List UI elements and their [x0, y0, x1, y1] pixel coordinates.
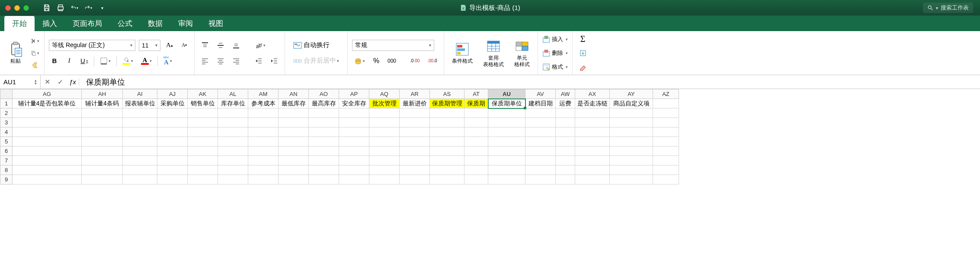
column-header[interactable]: AR — [400, 89, 430, 99]
cell[interactable] — [369, 146, 400, 156]
cell[interactable] — [123, 108, 157, 118]
column-header[interactable]: AM — [248, 89, 279, 99]
cell[interactable] — [430, 175, 464, 184]
cell[interactable]: 是否走冻链 — [575, 99, 610, 108]
cell[interactable] — [653, 137, 679, 146]
cell[interactable] — [279, 175, 309, 184]
cell[interactable] — [369, 165, 400, 175]
cell[interactable] — [309, 137, 339, 146]
tab-formulas[interactable]: 公式 — [110, 16, 140, 31]
cell[interactable] — [218, 108, 248, 118]
cell[interactable] — [13, 146, 82, 156]
row-header[interactable]: 2 — [0, 108, 13, 118]
search-box[interactable]: ▾ 搜索工作表 — [923, 3, 973, 13]
cell[interactable]: 辅计量4条码 — [82, 99, 123, 108]
cell[interactable] — [430, 137, 464, 146]
cell[interactable] — [464, 175, 488, 184]
cell[interactable] — [188, 156, 218, 165]
align-middle-button[interactable] — [215, 40, 227, 51]
cell[interactable] — [248, 165, 279, 175]
cell[interactable] — [279, 137, 309, 146]
cell[interactable] — [400, 165, 430, 175]
cell[interactable] — [82, 175, 123, 184]
cell[interactable] — [369, 175, 400, 184]
tab-home[interactable]: 开始 — [4, 16, 35, 31]
name-box[interactable]: AU1 ▴▾ — [0, 75, 41, 89]
maximize-window-button[interactable] — [23, 5, 29, 11]
cell[interactable] — [82, 137, 123, 146]
name-box-stepper[interactable]: ▴▾ — [35, 79, 37, 85]
cell[interactable] — [400, 156, 430, 165]
select-all-corner[interactable] — [0, 89, 13, 99]
tab-data[interactable]: 数据 — [140, 16, 170, 31]
cell[interactable]: 最新进价 — [400, 99, 430, 108]
currency-button[interactable] — [352, 55, 367, 67]
cell[interactable] — [82, 146, 123, 156]
cell[interactable] — [248, 156, 279, 165]
column-header[interactable]: AI — [123, 89, 157, 99]
cell[interactable] — [157, 118, 188, 127]
confirm-formula-button[interactable]: ✓ — [54, 78, 67, 86]
cell[interactable] — [575, 127, 610, 137]
align-bottom-button[interactable] — [230, 40, 242, 51]
minimize-window-button[interactable] — [14, 5, 20, 11]
cell[interactable] — [339, 118, 369, 127]
cell[interactable]: 保质期 — [464, 99, 488, 108]
row-header[interactable]: 3 — [0, 118, 13, 127]
cell[interactable] — [339, 175, 369, 184]
underline-button[interactable]: U — [78, 55, 90, 67]
cell[interactable] — [188, 118, 218, 127]
cell[interactable] — [575, 118, 610, 127]
cell[interactable] — [82, 118, 123, 127]
format-painter-button[interactable] — [30, 60, 40, 70]
tab-review[interactable]: 审阅 — [170, 16, 201, 31]
column-header[interactable]: AK — [188, 89, 218, 99]
cell[interactable] — [13, 137, 82, 146]
cell[interactable] — [525, 108, 556, 118]
cell[interactable] — [123, 156, 157, 165]
cell[interactable] — [369, 137, 400, 146]
row-header[interactable]: 6 — [0, 146, 13, 156]
cell[interactable] — [82, 156, 123, 165]
cell[interactable] — [339, 165, 369, 175]
cell[interactable] — [488, 146, 525, 156]
cell[interactable] — [525, 165, 556, 175]
cell[interactable] — [248, 146, 279, 156]
cell[interactable] — [339, 146, 369, 156]
cell[interactable] — [339, 127, 369, 137]
align-top-button[interactable] — [199, 40, 211, 51]
row-header[interactable]: 8 — [0, 165, 13, 175]
cell[interactable] — [157, 165, 188, 175]
cell[interactable] — [610, 146, 653, 156]
cell[interactable] — [556, 118, 575, 127]
cell[interactable] — [610, 165, 653, 175]
row-header[interactable]: 5 — [0, 137, 13, 146]
copy-button[interactable] — [30, 48, 40, 58]
cell[interactable] — [610, 127, 653, 137]
cell[interactable]: 参考成本 — [248, 99, 279, 108]
cell[interactable]: 保质期管理 — [430, 99, 464, 108]
cell[interactable] — [488, 118, 525, 127]
cell[interactable] — [430, 118, 464, 127]
fill-button[interactable] — [577, 48, 589, 59]
cell[interactable] — [13, 127, 82, 137]
cell[interactable] — [309, 175, 339, 184]
cell[interactable] — [653, 108, 679, 118]
cell[interactable] — [464, 118, 488, 127]
cell[interactable] — [653, 175, 679, 184]
cell[interactable] — [279, 146, 309, 156]
cell[interactable] — [525, 118, 556, 127]
cell[interactable]: 运费 — [556, 99, 575, 108]
cell[interactable]: 辅计量4是否包装单位 — [13, 99, 82, 108]
column-header[interactable]: AY — [610, 89, 653, 99]
cell[interactable] — [188, 127, 218, 137]
cell[interactable] — [464, 137, 488, 146]
decrease-font-button[interactable]: A▾ — [179, 40, 190, 51]
cell[interactable] — [525, 156, 556, 165]
cell[interactable]: 销售单位 — [188, 99, 218, 108]
cell[interactable] — [464, 108, 488, 118]
cell[interactable] — [218, 165, 248, 175]
cell[interactable] — [279, 156, 309, 165]
cell[interactable] — [525, 127, 556, 137]
cell[interactable] — [309, 118, 339, 127]
